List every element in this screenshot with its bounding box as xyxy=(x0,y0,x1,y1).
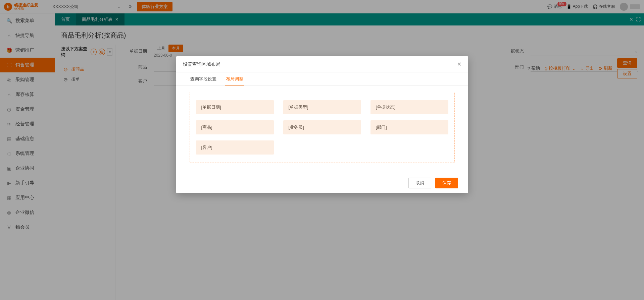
chip-type[interactable]: [单据类型] xyxy=(283,100,361,114)
layout-drop-zone[interactable]: [单据日期] [单据类型] [单据状态] [商品] [业务员] [部门] [客户… xyxy=(190,92,455,163)
chip-customer[interactable]: [客户] xyxy=(196,140,274,155)
save-button[interactable]: 保存 xyxy=(435,178,458,188)
modal-tab-layout[interactable]: 布局调整 xyxy=(225,73,244,85)
modal-close-button[interactable]: ✕ xyxy=(457,61,461,67)
modal-body: [单据日期] [单据类型] [单据状态] [商品] [业务员] [部门] [客户… xyxy=(176,86,468,173)
modal-footer: 取消 保存 xyxy=(176,173,468,193)
cancel-button[interactable]: 取消 xyxy=(408,178,431,188)
chip-salesman[interactable]: [业务员] xyxy=(283,120,361,134)
modal-tabs: 查询字段设置 布局调整 xyxy=(176,72,468,86)
modal-header: 设置查询区域布局 ✕ xyxy=(176,56,468,72)
modal-tab-fields[interactable]: 查询字段设置 xyxy=(190,73,217,85)
chip-product[interactable]: [商品] xyxy=(196,120,274,134)
chip-department[interactable]: [部门] xyxy=(370,120,448,134)
layout-settings-modal: 设置查询区域布局 ✕ 查询字段设置 布局调整 [单据日期] [单据类型] [单据… xyxy=(176,56,468,193)
modal-overlay: 设置查询区域布局 ✕ 查询字段设置 布局调整 [单据日期] [单据类型] [单据… xyxy=(0,0,644,300)
chip-date[interactable]: [单据日期] xyxy=(196,100,274,114)
chip-status[interactable]: [单据状态] xyxy=(370,100,448,114)
modal-title: 设置查询区域布局 xyxy=(183,61,220,67)
